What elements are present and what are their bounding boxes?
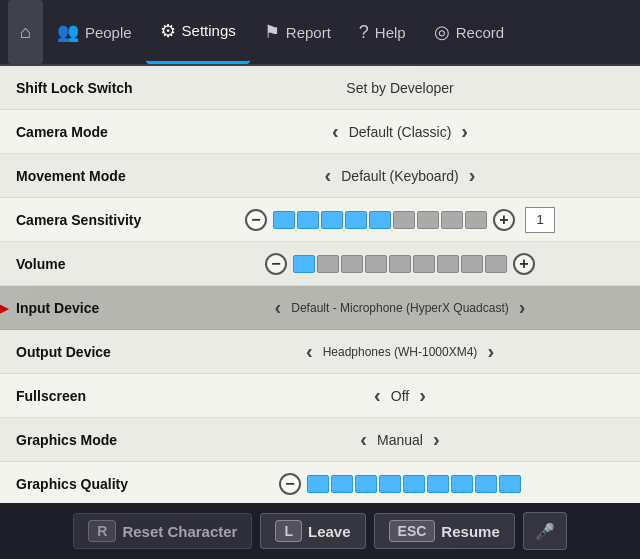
- sensitivity-plus[interactable]: +: [493, 209, 515, 231]
- settings-panel: Shift Lock Switch Set by Developer Camer…: [0, 66, 640, 503]
- resume-button[interactable]: ESC Resume: [374, 513, 515, 549]
- row-camera-sensitivity: Camera Sensitivity − +: [0, 198, 640, 242]
- control-input-device: ‹ Default - Microphone (HyperX Quadcast)…: [176, 296, 624, 319]
- row-volume: Volume − +: [0, 242, 640, 286]
- fullscreen-left[interactable]: ‹: [370, 384, 385, 407]
- value-graphics-mode: Manual: [377, 432, 423, 448]
- seg1: [273, 211, 295, 229]
- seg4: [345, 211, 367, 229]
- input-device-left[interactable]: ‹: [271, 296, 286, 319]
- gqseg8: [475, 475, 497, 493]
- vseg4: [365, 255, 387, 273]
- reset-character-button[interactable]: R Reset Character: [73, 513, 252, 549]
- gq-bar: [307, 475, 521, 493]
- vseg6: [413, 255, 435, 273]
- camera-mode-left[interactable]: ‹: [328, 120, 343, 143]
- label-input-device: Input Device: [16, 300, 176, 316]
- nav-report-label: Report: [286, 24, 331, 41]
- input-device-right[interactable]: ›: [515, 296, 530, 319]
- control-graphics-mode: ‹ Manual ›: [176, 428, 624, 451]
- label-shift-lock: Shift Lock Switch: [16, 80, 176, 96]
- resume-label: Resume: [441, 523, 499, 540]
- control-camera-sensitivity: − + 1: [176, 207, 624, 233]
- row-output-device: Output Device ‹ Headphones (WH-1000XM4) …: [0, 330, 640, 374]
- vseg7: [437, 255, 459, 273]
- vseg3: [341, 255, 363, 273]
- camera-mode-right[interactable]: ›: [457, 120, 472, 143]
- output-device-right[interactable]: ›: [483, 340, 498, 363]
- main-container: ⌂ 👥 People ⚙ Settings ⚑ Report ? Help ◎ …: [0, 0, 640, 559]
- value-output-device: Headphones (WH-1000XM4): [323, 345, 478, 359]
- sensitivity-bar: [273, 211, 487, 229]
- leave-button[interactable]: L Leave: [260, 513, 365, 549]
- value-movement-mode: Default (Keyboard): [341, 168, 459, 184]
- graphics-mode-right[interactable]: ›: [429, 428, 444, 451]
- nav-help[interactable]: ? Help: [345, 0, 420, 64]
- label-volume: Volume: [16, 256, 176, 272]
- control-movement-mode: ‹ Default (Keyboard) ›: [176, 164, 624, 187]
- leave-key-badge: L: [275, 520, 302, 542]
- nav-settings[interactable]: ⚙ Settings: [146, 0, 250, 64]
- gqseg9: [499, 475, 521, 493]
- control-shift-lock: Set by Developer: [176, 80, 624, 96]
- output-device-left[interactable]: ‹: [302, 340, 317, 363]
- seg3: [321, 211, 343, 229]
- people-icon: 👥: [57, 21, 79, 43]
- value-fullscreen: Off: [391, 388, 409, 404]
- seg5: [369, 211, 391, 229]
- label-fullscreen: Fullscreen: [16, 388, 176, 404]
- volume-plus[interactable]: +: [513, 253, 535, 275]
- nav-record[interactable]: ◎ Record: [420, 0, 518, 64]
- label-movement-mode: Movement Mode: [16, 168, 176, 184]
- gqseg6: [427, 475, 449, 493]
- volume-minus[interactable]: −: [265, 253, 287, 275]
- control-fullscreen: ‹ Off ›: [176, 384, 624, 407]
- graphics-mode-left[interactable]: ‹: [356, 428, 371, 451]
- settings-list: Shift Lock Switch Set by Developer Camer…: [0, 66, 640, 503]
- reset-label: Reset Character: [122, 523, 237, 540]
- vseg5: [389, 255, 411, 273]
- fullscreen-right[interactable]: ›: [415, 384, 430, 407]
- row-shift-lock: Shift Lock Switch Set by Developer: [0, 66, 640, 110]
- gqseg4: [379, 475, 401, 493]
- mic-icon: 🎤: [535, 522, 555, 541]
- settings-icon: ⚙: [160, 20, 176, 42]
- nav-people-label: People: [85, 24, 132, 41]
- vseg9: [485, 255, 507, 273]
- row-fullscreen: Fullscreen ‹ Off ›: [0, 374, 640, 418]
- seg9: [465, 211, 487, 229]
- control-volume: − +: [176, 253, 624, 275]
- row-graphics-quality: Graphics Quality −: [0, 462, 640, 503]
- row-camera-mode: Camera Mode ‹ Default (Classic) ›: [0, 110, 640, 154]
- mic-button[interactable]: 🎤: [523, 512, 567, 550]
- gqseg1: [307, 475, 329, 493]
- resume-key-badge: ESC: [389, 520, 436, 542]
- gqseg3: [355, 475, 377, 493]
- record-icon: ◎: [434, 21, 450, 43]
- gqseg2: [331, 475, 353, 493]
- control-camera-mode: ‹ Default (Classic) ›: [176, 120, 624, 143]
- value-camera-mode: Default (Classic): [349, 124, 452, 140]
- leave-label: Leave: [308, 523, 351, 540]
- vseg8: [461, 255, 483, 273]
- gq-minus[interactable]: −: [279, 473, 301, 495]
- control-graphics-quality: −: [176, 473, 624, 495]
- nav-report[interactable]: ⚑ Report: [250, 0, 345, 64]
- help-icon: ?: [359, 22, 369, 43]
- bottom-bar: R Reset Character L Leave ESC Resume 🎤: [0, 503, 640, 559]
- sensitivity-value: 1: [525, 207, 555, 233]
- gqseg7: [451, 475, 473, 493]
- label-graphics-mode: Graphics Mode: [16, 432, 176, 448]
- movement-mode-right[interactable]: ›: [465, 164, 480, 187]
- sensitivity-minus[interactable]: −: [245, 209, 267, 231]
- top-nav: ⌂ 👥 People ⚙ Settings ⚑ Report ? Help ◎ …: [0, 0, 640, 66]
- value-shift-lock: Set by Developer: [346, 80, 453, 96]
- nav-home[interactable]: ⌂: [8, 0, 43, 64]
- row-input-device: ► Input Device ‹ Default - Microphone (H…: [0, 286, 640, 330]
- label-output-device: Output Device: [16, 344, 176, 360]
- movement-mode-left[interactable]: ‹: [321, 164, 336, 187]
- label-camera-mode: Camera Mode: [16, 124, 176, 140]
- report-icon: ⚑: [264, 21, 280, 43]
- seg2: [297, 211, 319, 229]
- nav-people[interactable]: 👥 People: [43, 0, 146, 64]
